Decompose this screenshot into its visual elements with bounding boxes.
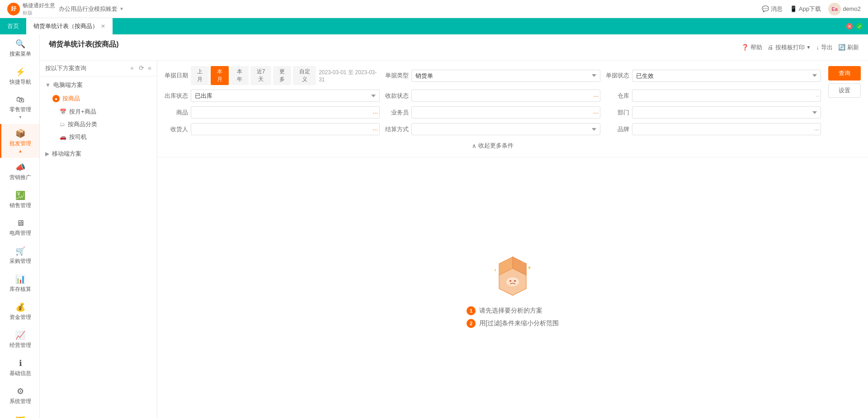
basic-icon: ℹ: [19, 358, 22, 368]
sidebar-item-ecommerce-label: 电商管理: [9, 229, 31, 237]
brand-dots[interactable]: ···: [814, 126, 819, 133]
sidebar-item-ecommerce[interactable]: 🖥 电商管理: [0, 214, 39, 242]
tab-home[interactable]: 首页: [0, 18, 26, 34]
export-btn[interactable]: ↓ 导出: [816, 43, 833, 52]
salesperson-input[interactable]: [411, 106, 600, 119]
sidebar-item-marketing-label: 营销推广: [9, 174, 31, 181]
top-bar-right: 💬 消息 📱 App下载 Ea demo2: [762, 3, 861, 15]
brand-input[interactable]: [632, 123, 821, 135]
tree-add-btn[interactable]: ＋: [129, 64, 135, 72]
date-btn-last-month[interactable]: 上月: [191, 66, 209, 85]
filter-date: 单据日期 上月 本月 本年 近7天: [165, 66, 380, 85]
window-maximize-btn[interactable]: ⤢: [856, 23, 863, 29]
sidebar-item-finance[interactable]: 💰 资金管理: [0, 298, 39, 326]
settlement-select[interactable]: [411, 123, 600, 135]
tree-mobile-header[interactable]: ▶ 移动端方案: [40, 147, 157, 161]
window-close-btn[interactable]: ✕: [846, 23, 853, 29]
tree-mobile-label: 移动端方案: [52, 150, 81, 158]
salesperson-control: ···: [411, 106, 600, 119]
warehouse-input[interactable]: [632, 90, 821, 102]
query-buttons: 查询 设置: [828, 66, 861, 98]
department-select[interactable]: [632, 106, 821, 119]
logo-text: 畅捷通好生意 标版: [23, 2, 55, 16]
tree-collapse-btn[interactable]: «: [148, 64, 151, 72]
main-split: 按以下方案查询 ＋ ⟳ « ▼ 电脑端方案 ● 按商品: [40, 61, 868, 418]
sidebar-item-system[interactable]: ⚙ 系统管理: [0, 382, 39, 410]
date-btn-custom[interactable]: 自定义: [293, 66, 316, 85]
chevron-down-icon: ▼: [119, 6, 124, 11]
doc-status-select[interactable]: 已生效: [632, 70, 821, 82]
date-btn-7days[interactable]: 近7天: [250, 66, 271, 85]
refresh-btn[interactable]: 🔄 刷新: [838, 43, 859, 52]
logo-icon: 好: [7, 3, 20, 15]
sidebar-item-inventory[interactable]: 📊 库存核算: [0, 270, 39, 298]
tree-pc-header[interactable]: ▼ 电脑端方案: [40, 78, 157, 92]
tab-sales-stat[interactable]: 销货单统计表（按商品） ✕: [26, 18, 113, 34]
svg-text:✦: ✦: [494, 268, 497, 272]
sidebar-item-retail[interactable]: 🛍 零售管理 ▼: [0, 90, 39, 124]
empty-state: ✦ ✦ ✦ 1 请先选择要分析的方案 2: [157, 157, 868, 418]
settlement-control: [411, 123, 600, 135]
message-btn[interactable]: 💬 消息: [762, 5, 783, 13]
sidebar-item-purchase[interactable]: 🛒 采购管理: [0, 242, 39, 270]
user-avatar-area[interactable]: Ea demo2: [828, 3, 861, 15]
sidebar-item-sales[interactable]: 💹 销售管理: [0, 186, 39, 214]
tree-node-by-month-product[interactable]: 📅 按月+商品: [40, 105, 157, 118]
tree-node-by-cashier[interactable]: 🚗 按司机: [40, 131, 157, 143]
sidebar-item-basic[interactable]: ℹ 基础信息: [0, 354, 39, 382]
sidebar-item-wholesale[interactable]: 📦 批发管理 ▲: [0, 124, 39, 158]
template-print-btn[interactable]: 🖨 按模板打印 ▼: [768, 43, 811, 52]
marketing-icon: 📣: [15, 162, 25, 172]
settlement-label: 结算方式: [385, 125, 409, 133]
collect-status-input[interactable]: [411, 90, 600, 102]
content-area: 销货单统计表(按商品) ❓ 帮助 🖨 按模板打印 ▼ ↓ 导出 🔄 刷新: [40, 34, 868, 418]
sidebar-item-finance-label: 资金管理: [9, 314, 31, 321]
sidebar-item-quick-nav[interactable]: ⚡ 快捷导航: [0, 62, 39, 90]
sidebar-item-search-menu[interactable]: 🔍 搜索菜单: [0, 34, 39, 62]
system-icon: ⚙: [17, 386, 24, 396]
tree-node-by-product[interactable]: ● 按商品: [40, 92, 157, 105]
product-label: 商品: [165, 109, 188, 117]
filter-grid: 单据日期 上月 本月 本年 近7天: [165, 66, 821, 152]
receiver-input[interactable]: [191, 123, 380, 135]
app-selector[interactable]: 办公用品行业模拟账套 ▼: [59, 5, 124, 13]
help-btn[interactable]: ❓ 帮助: [741, 43, 762, 52]
filter-bar: 单据日期 上月 本月 本年 近7天: [157, 61, 868, 157]
filter-brand: 品牌 ···: [606, 123, 821, 135]
tab-sales-stat-label: 销货单统计表（按商品）: [33, 22, 98, 30]
date-btn-this-year[interactable]: 本年: [231, 66, 249, 85]
receiver-dots[interactable]: ···: [373, 126, 378, 133]
search-menu-icon: 🔍: [15, 39, 25, 49]
filter-collect-status: 收款状态 ···: [385, 90, 600, 102]
sidebar-item-operations[interactable]: 📈 经营管理: [0, 326, 39, 354]
date-label: 单据日期: [165, 71, 188, 80]
filter-doc-status: 单据状态 已生效: [606, 70, 821, 82]
doc-type-select[interactable]: 销货单: [411, 70, 600, 82]
app-download-btn[interactable]: 📱 App下载: [790, 5, 821, 13]
tree-node-by-product-category[interactable]: 🗂 按商品分类: [40, 118, 157, 131]
sidebar-item-marketing[interactable]: 📣 营销推广: [0, 158, 39, 186]
sidebar-item-enterprise[interactable]: 🤝 企业协同: [0, 410, 39, 418]
warehouse-more-icon[interactable]: ···: [816, 93, 819, 98]
doc-status-control: 已生效: [632, 70, 821, 82]
tab-close-icon[interactable]: ✕: [101, 23, 105, 29]
settings-btn[interactable]: 设置: [828, 83, 861, 98]
print-icon: 🖨: [768, 44, 774, 51]
collect-status-dots[interactable]: ···: [593, 92, 599, 100]
tree-pc-label: 电脑端方案: [53, 81, 83, 89]
sub-title: 标版: [23, 10, 55, 16]
collect-status-control: ···: [411, 90, 600, 102]
sidebar-item-basic-label: 基础信息: [9, 370, 31, 377]
query-btn[interactable]: 查询: [828, 66, 861, 81]
salesperson-dots[interactable]: ···: [593, 109, 599, 116]
collapse-btn[interactable]: ∧ 收起更多条件: [472, 142, 514, 150]
product-dots[interactable]: ···: [373, 109, 378, 116]
tree-refresh-btn[interactable]: ⟳: [139, 64, 144, 72]
date-btn-this-month[interactable]: 本月: [211, 66, 229, 85]
tree-mobile-arrow-icon: ▶: [45, 151, 49, 157]
out-status-select[interactable]: 已出库: [191, 90, 380, 102]
product-input[interactable]: [191, 106, 380, 119]
sales-icon: 💹: [15, 190, 25, 200]
date-btn-more[interactable]: 更多: [273, 66, 291, 85]
tab-bar: 首页 销货单统计表（按商品） ✕ ✕ ⤢: [0, 18, 868, 34]
